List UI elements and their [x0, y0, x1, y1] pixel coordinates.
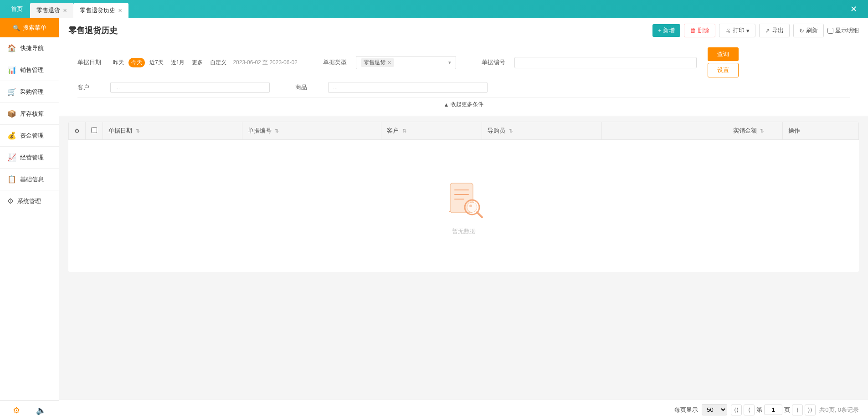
sidebar-item-sales-mgmt-label: 销售管理: [20, 66, 44, 74]
sidebar-item-operations[interactable]: 📈 经营管理: [0, 147, 59, 169]
sidebar-item-purchase-mgmt-label: 采购管理: [20, 88, 44, 96]
date-opt-yesterday[interactable]: 昨天: [110, 58, 127, 67]
tab-retail-return-history[interactable]: 零售退货历史 ✕: [73, 3, 128, 18]
type-filter-tag: 零售退货 ✕: [361, 58, 394, 67]
new-button[interactable]: + 新增: [652, 24, 680, 37]
th-guide[interactable]: 导购员 ⇅: [482, 122, 602, 140]
export-button[interactable]: ↗ 导出: [759, 24, 790, 37]
tab-list: 首页 零售退货 ✕ 零售退货历史 ✕: [4, 0, 847, 18]
sidebar-item-quick-nav[interactable]: 🏠 快捷导航: [0, 37, 59, 59]
empty-state-icon: [441, 176, 487, 222]
type-filter-label: 单据类型: [323, 58, 349, 67]
system-icon: ⚙: [7, 197, 14, 205]
gear-icon[interactable]: ⚙: [74, 128, 80, 134]
th-number[interactable]: 单据编号 ⇅: [242, 122, 381, 140]
search-icon: 🔍: [13, 25, 20, 31]
sidebar-item-inventory[interactable]: 📦 库存核算: [0, 103, 59, 125]
th-gear[interactable]: ⚙: [69, 122, 86, 140]
customer-filter-label: 客户: [77, 83, 103, 92]
data-table: ⚙ 单据日期 ⇅ 单据编号 ⇅: [68, 122, 859, 272]
th-amount-label: 实销金额: [733, 127, 757, 134]
date-opt-today[interactable]: 今天: [128, 58, 145, 67]
date-opt-7days[interactable]: 近7天: [147, 58, 166, 67]
customer-dots: ...: [115, 84, 120, 91]
table-section: ⚙ 单据日期 ⇅ 单据编号 ⇅: [59, 116, 868, 399]
show-detail-checkbox[interactable]: [827, 28, 833, 34]
box-icon: 📦: [7, 109, 16, 118]
svg-point-7: [469, 205, 472, 207]
sidebar-search[interactable]: 🔍 搜索菜单: [0, 18, 59, 37]
page-first-button[interactable]: ⟨⟨: [731, 405, 742, 415]
select-all-checkbox[interactable]: [91, 127, 97, 133]
th-date-sort-icon: ⇅: [136, 128, 140, 133]
sidebar-item-system-mgmt-label: 系统管理: [17, 197, 41, 205]
page-prev-button[interactable]: ⟨: [744, 405, 755, 415]
page-total-info: 共0页, 0条记录: [819, 406, 859, 414]
th-date[interactable]: 单据日期 ⇅: [103, 122, 242, 140]
date-filter-label: 单据日期: [77, 58, 103, 67]
tab-retail-return-close[interactable]: ✕: [63, 8, 67, 13]
sidebar-item-purchase-mgmt[interactable]: 🛒 采购管理: [0, 81, 59, 103]
refresh-button[interactable]: ↻ 刷新: [793, 24, 824, 37]
sidebar-item-basic-info[interactable]: 📋 基础信息: [0, 169, 59, 190]
number-filter-input[interactable]: [514, 57, 697, 68]
query-button[interactable]: 查询: [708, 47, 739, 61]
empty-state-row: 暂无数据: [69, 140, 859, 272]
page-last-button[interactable]: ⟩⟩: [805, 405, 816, 415]
page-title: 零售退货历史: [68, 25, 118, 36]
sidebar-bottom: ⚙ 🔈: [0, 400, 59, 420]
tab-home[interactable]: 首页: [4, 0, 30, 18]
th-action-label: 操作: [788, 127, 800, 134]
table-body: 暂无数据: [69, 140, 859, 272]
export-label: 导出: [772, 26, 784, 35]
th-customer-sort-icon: ⇅: [402, 128, 406, 133]
date-opt-more[interactable]: 更多: [189, 58, 205, 67]
per-page-select[interactable]: 50 10 20 100: [702, 404, 727, 415]
empty-state: 暂无数据: [69, 140, 859, 272]
top-bar: 首页 零售退货 ✕ 零售退货历史 ✕ ✕: [0, 0, 868, 18]
th-amount[interactable]: 实销金额 ⇅: [602, 122, 783, 140]
page-header: 零售退货历史 + 新增 🗑 删除 🖨 打印 ▾ ↗ 导出 ↻: [59, 18, 868, 116]
main-layout: 🔍 搜索菜单 🏠 快捷导航 📊 销售管理 🛒 采购管理 📦 库存核算 💰 资金管…: [0, 18, 868, 420]
settings-button[interactable]: 设置: [708, 63, 739, 77]
empty-text: 暂无数据: [452, 227, 476, 236]
sidebar-item-basic-info-label: 基础信息: [20, 175, 44, 184]
settings-bottom-icon[interactable]: ⚙: [13, 405, 20, 415]
collapse-label: 收起更多条件: [451, 101, 483, 108]
sidebar-item-system-mgmt[interactable]: ⚙ 系统管理: [0, 190, 59, 212]
sidebar-item-sales-mgmt[interactable]: 📊 销售管理: [0, 59, 59, 81]
collapse-bar[interactable]: ▲ 收起更多条件: [77, 97, 850, 111]
sidebar-item-finance[interactable]: 💰 资金管理: [0, 125, 59, 147]
cart-icon: 🛒: [7, 87, 16, 96]
volume-icon[interactable]: 🔈: [36, 405, 46, 415]
window-close-button[interactable]: ✕: [847, 4, 861, 14]
th-customer[interactable]: 客户 ⇅: [381, 122, 482, 140]
goods-filter-select[interactable]: ...: [328, 82, 488, 93]
page-title-row: 零售退货历史 + 新增 🗑 删除 🖨 打印 ▾ ↗ 导出 ↻: [68, 24, 859, 37]
page-number-input[interactable]: [764, 405, 782, 415]
sidebar-item-quick-nav-label: 快捷导航: [20, 44, 44, 52]
print-icon: 🖨: [725, 27, 731, 34]
goods-dots: ...: [333, 84, 338, 91]
customer-filter-select[interactable]: ...: [110, 82, 270, 93]
svg-point-5: [467, 202, 477, 212]
chart-icon: 📊: [7, 66, 16, 74]
th-guide-label: 导购员: [488, 127, 505, 134]
delete-button[interactable]: 🗑 删除: [684, 24, 715, 37]
refresh-label: 刷新: [806, 26, 818, 35]
show-detail-label: 显示明细: [835, 26, 859, 35]
tab-retail-return-history-close[interactable]: ✕: [118, 8, 122, 13]
type-filter-arrow-icon: ▾: [448, 60, 451, 66]
date-opt-custom[interactable]: 自定义: [207, 58, 229, 67]
date-opt-1month[interactable]: 近1月: [168, 58, 188, 67]
type-filter-tag-value: 零售退货: [364, 59, 385, 67]
export-icon: ↗: [765, 27, 770, 34]
type-filter-tag-close[interactable]: ✕: [387, 60, 391, 66]
type-filter-select[interactable]: 零售退货 ✕ ▾: [356, 56, 456, 69]
print-button[interactable]: 🖨 打印 ▾: [719, 24, 755, 37]
th-check[interactable]: [86, 122, 103, 140]
page-suffix: 页: [784, 406, 790, 414]
tab-retail-return[interactable]: 零售退货 ✕: [30, 3, 73, 18]
page-next-button[interactable]: ⟩: [792, 405, 803, 415]
sidebar-item-operations-label: 经营管理: [20, 154, 44, 162]
